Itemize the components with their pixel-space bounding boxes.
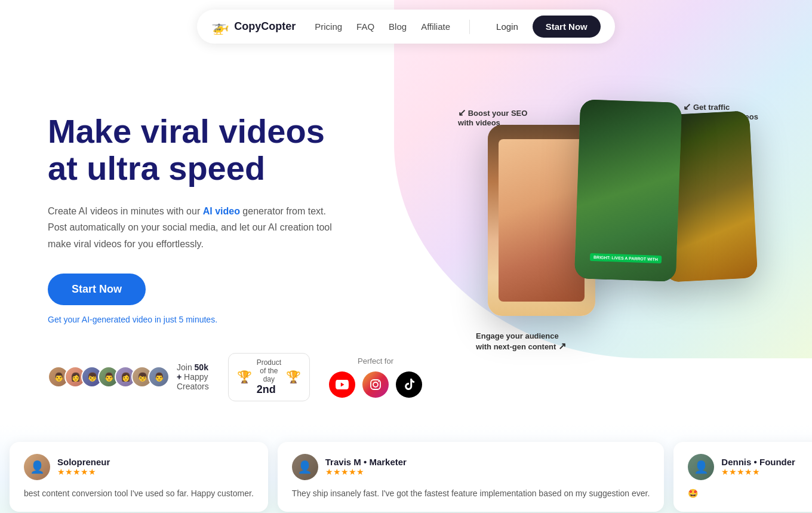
review-name: Travis M • Marketer	[325, 457, 407, 467]
traffic-arrow-icon: ↙	[683, 101, 691, 112]
review-card: 👤 Dennis • Founder ★★★★★ 🤩	[673, 442, 812, 512]
review-text: They ship insanely fast. I've got the fa…	[292, 487, 650, 500]
social-proof: 👨 👩 👦 👨 👩 👦 👨 Join 50k + Happy Creators …	[48, 353, 422, 401]
social-icons-row	[329, 371, 422, 398]
youtube-icon	[329, 371, 355, 398]
reviews-section: 👤 Solopreneur ★★★★★ best content convers…	[0, 425, 812, 513]
join-text: Join 50k + Happy Creators	[177, 363, 209, 391]
svg-point-3	[378, 381, 379, 382]
review-stars: ★★★★★	[325, 467, 407, 477]
engage-label: Engage your audiencewith next-gen conten…	[476, 331, 566, 352]
phone-mockup-parrot: BRIGHT: LIVES A PARROT WITH	[574, 99, 682, 282]
tiktok-icon	[396, 371, 422, 398]
logo-link[interactable]: 🚁 CopyCopter	[211, 19, 296, 35]
ph-label: Product of the day	[257, 358, 281, 383]
hero-section: Make viral videos at ultra speed Create …	[0, 53, 812, 425]
review-card: 👤 Solopreneur ★★★★★ best content convers…	[10, 442, 268, 512]
instagram-icon	[362, 371, 389, 398]
phone-overlay-text: BRIGHT: LIVES A PARROT WITH	[590, 253, 662, 263]
hero-title: Make viral videos at ultra speed	[48, 113, 422, 186]
nav-faq[interactable]: FAQ	[356, 21, 374, 32]
login-button[interactable]: Login	[489, 18, 525, 35]
review-text: 🤩	[688, 487, 812, 500]
review-avatar: 👤	[292, 454, 318, 480]
review-avatar: 👤	[24, 454, 50, 480]
laurel-left-icon: 🏆	[237, 370, 252, 384]
product-hunt-badge: 🏆 Product of the day 2nd 🏆	[228, 353, 310, 401]
avatars-group: 👨 👩 👦 👨 👩 👦 👨	[48, 366, 170, 388]
seo-label: ↙ Boost your SEOwith videos	[458, 107, 527, 127]
brand-name: CopyCopter	[234, 20, 296, 33]
logo-icon: 🚁	[211, 19, 229, 35]
hero-left: Make viral videos at ultra speed Create …	[48, 89, 422, 401]
review-name: Dennis • Founder	[721, 457, 795, 467]
nav-actions: Login Start Now	[489, 16, 601, 38]
nav-divider	[469, 20, 470, 34]
review-card: 👤 Travis M • Marketer ★★★★★ They ship in…	[278, 442, 665, 512]
phone-mockups-area: ↙ Boost your SEOwith videos ↙ Get traffi…	[458, 89, 764, 388]
laurel-right-icon: 🏆	[286, 370, 301, 384]
review-avatar: 👤	[688, 454, 714, 480]
nav-pricing[interactable]: Pricing	[315, 21, 342, 32]
engage-arrow-icon: ↗	[558, 340, 566, 352]
nav-affiliate[interactable]: Affiliate	[421, 21, 450, 32]
start-now-hero-button[interactable]: Start Now	[48, 274, 146, 305]
ph-rank: 2nd	[257, 383, 281, 396]
hero-subtext: Get your AI-generated video in just 5 mi…	[48, 315, 422, 324]
nav-blog[interactable]: Blog	[389, 21, 407, 32]
review-header: 👤 Solopreneur ★★★★★	[24, 454, 254, 480]
review-text: best content conversion tool I've used s…	[24, 487, 254, 500]
svg-point-2	[373, 382, 378, 387]
review-header: 👤 Travis M • Marketer ★★★★★	[292, 454, 650, 480]
review-header: 👤 Dennis • Founder ★★★★★	[688, 454, 812, 480]
perfect-for-label: Perfect for	[358, 357, 393, 365]
nav-links: Pricing FAQ Blog Affiliate	[315, 21, 450, 32]
review-stars: ★★★★★	[57, 467, 110, 477]
reviews-row-1: 👤 Solopreneur ★★★★★ best content convers…	[0, 437, 812, 513]
navbar: 🚁 CopyCopter Pricing FAQ Blog Affiliate …	[0, 0, 812, 53]
review-stars: ★★★★★	[721, 467, 795, 477]
hero-description: Create AI videos in minutes with our AI …	[48, 203, 334, 252]
seo-arrow-icon: ↙	[458, 107, 466, 118]
start-now-nav-button[interactable]: Start Now	[533, 16, 601, 38]
review-name: Solopreneur	[57, 457, 110, 467]
avatar: 👨	[148, 366, 170, 388]
perfect-for: Perfect for	[329, 357, 422, 398]
